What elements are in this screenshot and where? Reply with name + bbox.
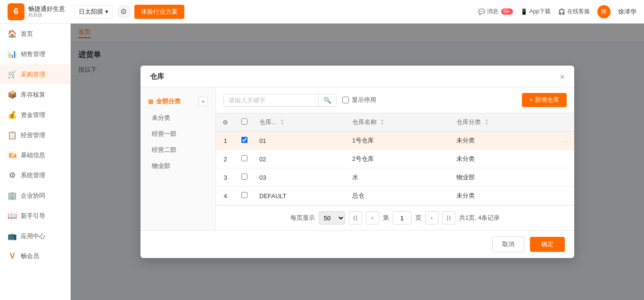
sidebar-item-system[interactable]: ⚙ 系统管理 — [0, 165, 70, 185]
th-name[interactable]: 仓库名称 ▲▼ — [347, 113, 451, 132]
sidebar: 🏠 首页 📊 销售管理 🛒 采购管理 📦 库存核算 💰 资金管理 📋 经营管理 … — [0, 24, 71, 300]
sidebar-label-guide: 新手引导 — [21, 212, 45, 220]
search-input[interactable] — [224, 94, 318, 106]
table-row[interactable]: 4 DEFAULT 总仓 未分类 — [216, 187, 574, 205]
all-categories-icon: ⊞ — [148, 98, 153, 105]
app-download-button[interactable]: 📱 App下载 — [520, 8, 551, 16]
row-actions[interactable] — [555, 187, 574, 205]
row-actions[interactable]: ··· — [555, 132, 574, 150]
sidebar-label-system: 系统管理 — [21, 171, 45, 180]
warehouse-table: ⚙ 仓库... ▲▼ — [216, 113, 574, 205]
sidebar-item-operations[interactable]: 📋 经营管理 — [0, 125, 70, 145]
row-name: 1号仓库 — [347, 132, 451, 150]
modal-body: ⊞ 全部分类 « 未分类 经营一部 经营二部 物业部 — [140, 87, 574, 230]
avatar-initial: 徐 — [601, 8, 607, 16]
username[interactable]: 徐泽华 — [618, 8, 636, 16]
row-category: 未分类 — [451, 150, 555, 168]
sidebar-item-inventory[interactable]: 📦 库存核算 — [0, 84, 70, 105]
messages-button[interactable]: 💬 消息 99+ — [478, 8, 513, 16]
table-row[interactable]: 2 02 2号仓库 未分类 — [216, 150, 574, 168]
confirm-button[interactable]: 确定 — [530, 237, 565, 252]
category-item-uncategorized[interactable]: 未分类 — [140, 110, 215, 126]
sort-category-icon: ▲▼ — [485, 118, 488, 126]
app-center-icon: 📺 — [8, 232, 17, 241]
page-label: 第 — [383, 214, 389, 222]
table-panel: 🔍 显示停用 + 新增仓库 — [216, 87, 574, 230]
row-checkbox[interactable] — [235, 132, 254, 150]
sort-name-icon: ▲▼ — [380, 118, 384, 126]
store-selector[interactable]: 日太阳膜 ▾ — [74, 5, 113, 18]
sidebar-item-vip[interactable]: V 畅会员 — [0, 246, 70, 266]
all-categories-header[interactable]: ⊞ 全部分类 « — [140, 93, 215, 110]
category-item-dept1[interactable]: 经营一部 — [140, 126, 215, 142]
purchase-icon: 🛒 — [8, 70, 17, 79]
select-all-checkbox[interactable] — [241, 118, 248, 125]
sidebar-label-inventory: 库存核算 — [21, 91, 45, 99]
sidebar-item-guide[interactable]: 📖 新手引导 — [0, 206, 70, 226]
next-page-button[interactable]: › — [425, 211, 438, 225]
cancel-button[interactable]: 取消 — [492, 236, 524, 252]
modal-close-button[interactable]: × — [560, 73, 565, 81]
sidebar-label-purchase: 采购管理 — [21, 70, 45, 79]
th-code[interactable]: 仓库... ▲▼ — [254, 113, 347, 132]
modal-header: 仓库 × — [140, 66, 574, 87]
row-code: 02 — [254, 150, 347, 168]
table-row[interactable]: 3 03 水 物业部 — [216, 168, 574, 187]
row-name: 总仓 — [347, 187, 451, 205]
sidebar-item-app-center[interactable]: 📺 应用中心 — [0, 226, 70, 246]
row-num: 1 — [216, 132, 235, 150]
headset-icon: 🎧 — [558, 8, 565, 15]
basic-info-icon: Ea — [8, 151, 17, 159]
th-checkbox[interactable] — [235, 113, 254, 132]
first-page-button[interactable]: ⟨⟨ — [349, 211, 362, 225]
search-button[interactable]: 🔍 — [318, 94, 336, 106]
message-icon: 💬 — [478, 8, 485, 15]
sidebar-item-home[interactable]: 🏠 首页 — [0, 24, 70, 44]
sidebar-item-purchase[interactable]: 🛒 采购管理 — [0, 64, 70, 84]
th-category[interactable]: 仓库分类 ▲▼ — [451, 113, 555, 132]
all-categories-label: 全部分类 — [156, 97, 181, 106]
sidebar-item-enterprise[interactable]: 🏢 企业协同 — [0, 185, 70, 206]
customer-service-button[interactable]: 🎧 在线客服 — [558, 8, 590, 16]
table-row[interactable]: 1 01 1号仓库 未分类 ··· — [216, 132, 574, 150]
total-info: 共1页, 4条记录 — [459, 214, 500, 222]
sales-icon: 📊 — [8, 50, 17, 58]
category-item-property[interactable]: 物业部 — [140, 158, 215, 174]
sidebar-label-sales: 销售管理 — [21, 50, 45, 58]
sort-code-icon: ▲▼ — [281, 118, 284, 126]
row-code: 01 — [254, 132, 347, 150]
sidebar-label-enterprise: 企业协同 — [21, 192, 45, 200]
sidebar-label-finance: 资金管理 — [21, 111, 45, 119]
row-name: 水 — [347, 168, 451, 187]
row-category: 物业部 — [451, 168, 555, 187]
trial-button[interactable]: 体验行业方案 — [134, 5, 184, 19]
last-page-button[interactable]: ⟩⟩ — [442, 211, 455, 225]
sidebar-item-basic-info[interactable]: Ea 基础信息 — [0, 145, 70, 165]
show-disabled-label[interactable]: 显示停用 — [342, 96, 376, 104]
enterprise-icon: 🏢 — [8, 191, 17, 200]
settings-icon[interactable]: ⚙ — [116, 5, 131, 19]
row-actions[interactable] — [555, 150, 574, 168]
page-number-input[interactable] — [393, 211, 412, 225]
row-checkbox[interactable] — [235, 187, 254, 205]
topbar: 6 畅捷通好生意 精易版 日太阳膜 ▾ ⚙ 体验行业方案 💬 消息 99+ 📱 … — [0, 0, 644, 24]
row-checkbox[interactable] — [235, 150, 254, 168]
th-settings[interactable]: ⚙ — [216, 113, 235, 132]
sidebar-item-sales[interactable]: 📊 销售管理 — [0, 44, 70, 64]
row-num: 2 — [216, 150, 235, 168]
table-toolbar: 🔍 显示停用 + 新增仓库 — [216, 87, 574, 113]
per-page-select[interactable]: 50 10 20 100 — [319, 211, 345, 225]
vip-icon: V — [8, 252, 17, 260]
main-layout: 🏠 首页 📊 销售管理 🛒 采购管理 📦 库存核算 💰 资金管理 📋 经营管理 … — [0, 24, 644, 300]
show-disabled-checkbox[interactable] — [342, 97, 349, 103]
row-checkbox[interactable] — [235, 168, 254, 187]
category-item-dept2[interactable]: 经营二部 — [140, 142, 215, 158]
new-warehouse-button[interactable]: + 新增仓库 — [522, 93, 567, 107]
category-collapse-button[interactable]: « — [198, 97, 208, 106]
content-area: 首页 进货单 按以下 仓库 × ⊞ — [71, 24, 644, 300]
prev-page-button[interactable]: ‹ — [366, 211, 379, 225]
row-actions[interactable] — [555, 168, 574, 187]
sidebar-item-finance[interactable]: 💰 资金管理 — [0, 105, 70, 125]
per-page-label: 每页显示 — [290, 214, 315, 222]
brand-name: 畅捷通好生意 精易版 — [28, 5, 65, 18]
